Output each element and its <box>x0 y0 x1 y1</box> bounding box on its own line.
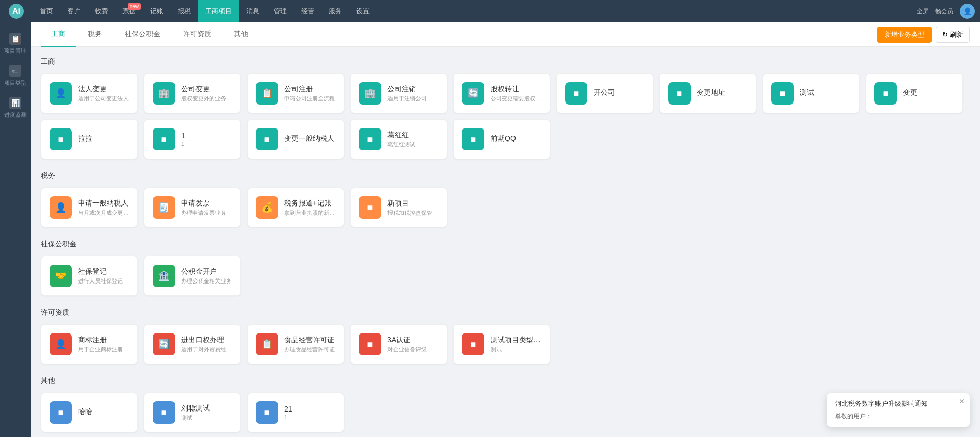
fullscreen-btn[interactable]: 全屏 <box>917 7 929 16</box>
card-title: 变更 <box>903 88 917 97</box>
card-icon: 💰 <box>256 196 278 219</box>
card-biangeng-納税[interactable]: ■ 变更一般纳税人 <box>247 119 344 159</box>
nav-service[interactable]: 服务 <box>322 0 349 22</box>
nav-message[interactable]: 消息 <box>239 0 266 22</box>
card-shuiwu-baodao[interactable]: 💰 税务报道+记账 拿到营业执照的新公司 <box>247 188 344 227</box>
nav-customer[interactable]: 客户 <box>60 0 88 22</box>
card-shangbiao-zhuce[interactable]: 👤 商标注册 用于企业商标注册服务 <box>41 324 138 364</box>
card-icon: ■ <box>565 82 587 105</box>
nav-bookkeeping[interactable]: 记账 <box>143 0 170 22</box>
card-desc: 拿到营业执照的新公司 <box>284 209 335 217</box>
card-biangeng[interactable]: ■ 变更 <box>866 73 963 113</box>
card-haha[interactable]: ■ 哈哈 <box>41 393 138 432</box>
card-shebao-dengji[interactable]: 🤝 社保登记 进行人员社保登记 <box>41 256 138 296</box>
member-btn[interactable]: 畅会员 <box>935 7 953 16</box>
card-liucong-ceshi[interactable]: ■ 刘聪测试 测试 <box>144 393 241 432</box>
gongshang-cards-grid: 👤 法人变更 适用于公司变更法人 🏢 公司变更 股权变更外的业务变更 📋 公司注… <box>41 73 970 159</box>
card-jinchukou-banli[interactable]: 🔄 进出口权办理 适用于对外贸易经营者 <box>144 324 241 364</box>
project-manage-icon: 📋 <box>9 33 21 45</box>
card-icon: ■ <box>668 82 691 105</box>
card-icon: ■ <box>359 333 381 355</box>
nav-operate[interactable]: 经营 <box>294 0 322 22</box>
sidebar-item-project-type[interactable]: 🏷 项目类型 <box>0 60 31 92</box>
card-desc: 办理申请发票业务 <box>181 209 226 217</box>
card-3a-renzheng[interactable]: ■ 3A认证 对企业信誉评级 <box>350 324 447 364</box>
card-shenqing-fapiao[interactable]: 🧾 申请发票 办理申请发票业务 <box>144 188 241 227</box>
card-icon: ■ <box>462 333 484 355</box>
card-icon: ■ <box>359 196 381 219</box>
nav-settings[interactable]: 设置 <box>349 0 377 22</box>
card-icon: 🧾 <box>153 196 175 219</box>
card-title: 3A认证 <box>387 336 427 345</box>
card-gongsi-zhuce[interactable]: 📋 公司注册 申请公司注册全流程 <box>247 73 344 113</box>
sub-tabs: 工商 税务 社保公积金 许可资质 其他 新增业务类型 ↻ 刷新 <box>31 22 980 47</box>
card-ceshi-xiangmu-leixin[interactable]: ■ 测试项目类型自定义 测试 <box>453 324 550 364</box>
card-icon: ■ <box>50 401 72 424</box>
refresh-button[interactable]: ↻ 刷新 <box>936 27 970 43</box>
logo-icon: Ai <box>9 4 24 19</box>
nav-fee[interactable]: 收费 <box>88 0 115 22</box>
nav-manage[interactable]: 管理 <box>266 0 294 22</box>
card-1[interactable]: ■ 1 1 <box>144 119 241 159</box>
nav-home[interactable]: 首页 <box>33 0 60 22</box>
shebao-cards-grid: 🤝 社保登记 进行人员社保登记 🏦 公积金开户 办理公积金相关业务 <box>41 256 970 296</box>
card-icon: 👤 <box>50 82 72 105</box>
notification-text: 尊敬的用户： <box>835 412 962 421</box>
nav-tax[interactable]: 报税 <box>170 0 198 22</box>
card-gongsi-biangeng[interactable]: 🏢 公司变更 股权变更外的业务变更 <box>144 73 241 113</box>
tab-shebao[interactable]: 社保公积金 <box>114 22 170 47</box>
card-title: 公司变更 <box>181 85 232 94</box>
card-kai-gongsi[interactable]: ■ 开公司 <box>556 73 653 113</box>
card-title: 前期QQ <box>491 134 516 143</box>
card-shenqing-yibanna[interactable]: 👤 申请一般纳税人 当月或次月成变更完成 <box>41 188 138 227</box>
tab-qita[interactable]: 其他 <box>224 22 258 47</box>
sidebar-item-label: 进度监测 <box>4 111 27 119</box>
card-icon: ■ <box>462 128 484 150</box>
card-lala[interactable]: ■ 拉拉 <box>41 119 138 159</box>
card-title: 哈哈 <box>78 407 92 417</box>
card-desc: 当月或次月成变更完成 <box>78 209 129 217</box>
card-gongjijin-kaihu[interactable]: 🏦 公积金开户 办理公积金相关业务 <box>144 256 241 296</box>
card-faren-biangeng[interactable]: 👤 法人变更 适用于公司变更法人 <box>41 73 138 113</box>
card-icon: ■ <box>874 82 897 105</box>
sidebar-item-label: 项目管理 <box>4 47 27 55</box>
card-gongsi-zhuxiao[interactable]: 🏢 公司注销 适用于注销公司 <box>350 73 447 113</box>
card-desc: 办理公积金相关业务 <box>181 277 232 285</box>
new-badge: new <box>128 3 141 10</box>
nav-project[interactable]: 工商项目 <box>198 0 239 22</box>
tab-xuke[interactable]: 许可资质 <box>173 22 222 47</box>
card-icon: 🏦 <box>153 265 175 287</box>
main-content: 工商 税务 社保公积金 许可资质 其他 新增业务类型 ↻ 刷新 工商 👤 法人变… <box>31 22 980 437</box>
card-icon: ■ <box>256 401 278 424</box>
card-icon: 👤 <box>50 333 72 355</box>
card-icon: 🏢 <box>359 82 381 105</box>
card-icon: 🏢 <box>153 82 175 105</box>
card-icon: 👤 <box>50 196 72 219</box>
card-ceshi[interactable]: ■ 测试 <box>763 73 860 113</box>
qita-section-title: 其他 <box>41 376 970 385</box>
nav-ticket[interactable]: 票据 new <box>115 0 143 22</box>
card-21[interactable]: ■ 21 1 <box>247 393 344 432</box>
sidebar-item-progress[interactable]: 📊 进度监测 <box>0 92 31 124</box>
avatar[interactable]: 👤 <box>960 4 975 19</box>
notification-close-btn[interactable]: ✕ <box>959 397 965 405</box>
tab-gongshang[interactable]: 工商 <box>41 22 76 47</box>
add-type-button[interactable]: 新增业务类型 <box>877 27 932 43</box>
card-desc: 公司变更需要股权转让 <box>491 95 542 102</box>
card-title: 刘聪测试 <box>181 404 210 413</box>
card-icon: ■ <box>771 82 794 105</box>
card-biangeng-dizhi[interactable]: ■ 变更地址 <box>659 73 756 113</box>
card-ge-honghong[interactable]: ■ 葛红红 葛红红测试 <box>350 119 447 159</box>
card-qianqi-qq[interactable]: ■ 前期QQ <box>453 119 550 159</box>
card-desc: 申请公司注册全流程 <box>284 95 335 102</box>
card-shipin-xuke[interactable]: 📋 食品经营许可证 办理食品经营许可证 <box>247 324 344 364</box>
nav-right: 全屏 畅会员 👤 <box>917 4 975 19</box>
card-xin-xiangmu[interactable]: ■ 新项目 报税加税控盘保管 <box>350 188 447 227</box>
card-title: 变更一般纳税人 <box>284 134 334 143</box>
card-title: 1 <box>181 132 185 140</box>
tab-shuiwu[interactable]: 税务 <box>78 22 112 47</box>
project-type-icon: 🏷 <box>9 65 21 77</box>
card-desc: 报税加税控盘保管 <box>387 209 432 217</box>
sidebar-item-project-manage[interactable]: 📋 项目管理 <box>0 28 31 60</box>
card-guquan-zhuanrang[interactable]: 🔄 股权转让 公司变更需要股权转让 <box>453 73 550 113</box>
